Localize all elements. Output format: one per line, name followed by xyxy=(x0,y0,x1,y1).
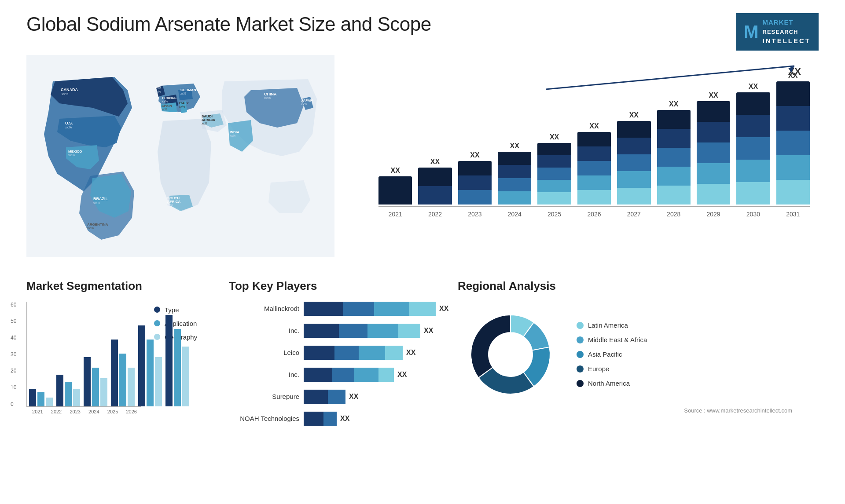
donut-area: Latin America Middle East & Africa Asia … xyxy=(458,302,819,407)
regional-legend-item: North America xyxy=(577,380,647,387)
svg-text:xx%: xx% xyxy=(230,134,235,137)
player-row: SurepureXX xyxy=(229,390,440,404)
donut-chart xyxy=(458,302,563,407)
logo-line3: INTELLECT xyxy=(763,36,811,46)
seg-bar xyxy=(138,325,145,406)
year-label: 2025 xyxy=(537,211,571,218)
player-row: NOAH TechnologiesXX xyxy=(229,412,440,426)
growth-bar-chart: XX XXXXXXXXXXXXXXXXXXXXXX 20212022202320… xyxy=(352,55,819,266)
seg-y-label: 10 xyxy=(11,384,16,391)
bar-group: XX xyxy=(657,100,691,205)
svg-text:xx%: xx% xyxy=(301,102,307,106)
svg-text:INDIA: INDIA xyxy=(230,130,239,134)
svg-text:U.S.: U.S. xyxy=(65,121,73,125)
bar-group: XX xyxy=(458,151,492,205)
player-name: Inc. xyxy=(229,371,299,378)
regional-legend-item: Middle East & Africa xyxy=(577,336,647,343)
seg-bar xyxy=(46,398,53,406)
bar-group: XX xyxy=(736,83,770,205)
player-bar-segment xyxy=(378,368,394,382)
legend-label: Type xyxy=(165,306,179,314)
player-bar-segment xyxy=(304,412,323,426)
seg-chart-area: 0102030405060 202120222023202420252026 T… xyxy=(26,302,211,425)
logo-line2: RESEARCH xyxy=(763,28,811,37)
player-bar-segment xyxy=(367,324,398,338)
regional-legend: Latin America Middle East & Africa Asia … xyxy=(577,321,647,387)
source-text: Source : www.marketresearchintellect.com xyxy=(458,407,819,423)
players-list: MallinckrodtXXInc.XXLeicoXXInc.XXSurepur… xyxy=(229,302,440,426)
player-bar-segment xyxy=(328,390,345,404)
svg-text:xx%: xx% xyxy=(93,201,100,205)
seg-y-label: 50 xyxy=(11,318,16,324)
bar-group: XX xyxy=(378,167,412,205)
player-name: Inc. xyxy=(229,327,299,334)
bar-group: XX xyxy=(577,122,611,205)
regional-legend-item: Asia Pacific xyxy=(577,351,647,358)
year-label: 2024 xyxy=(498,211,531,218)
regional-legend-label: Middle East & Africa xyxy=(588,336,647,343)
svg-text:xx%: xx% xyxy=(162,108,167,111)
seg-x-label: 2025 xyxy=(103,409,122,414)
year-label: 2029 xyxy=(697,211,730,218)
player-bar-segment xyxy=(334,346,359,360)
seg-y-label: 30 xyxy=(11,351,16,358)
svg-text:xx%: xx% xyxy=(68,153,75,157)
seg-y-label: 0 xyxy=(11,401,16,407)
regional-legend-dot xyxy=(577,351,584,358)
player-row: MallinckrodtXX xyxy=(229,302,440,316)
donut-svg xyxy=(458,302,563,407)
year-label: 2022 xyxy=(418,211,452,218)
regional-legend-dot xyxy=(577,365,584,373)
seg-bar xyxy=(165,315,173,406)
player-name: Leico xyxy=(229,349,299,356)
player-row: LeicoXX xyxy=(229,346,440,360)
seg-bar-group xyxy=(165,315,189,406)
player-bar-segment xyxy=(398,324,420,338)
bar-group: XX xyxy=(617,111,650,205)
svg-text:xx%: xx% xyxy=(87,226,94,230)
logo: M MARKET RESEARCH INTELLECT xyxy=(736,13,819,51)
year-label: 2028 xyxy=(657,211,691,218)
svg-text:xx%: xx% xyxy=(62,92,68,96)
player-value-label: XX xyxy=(424,327,433,335)
svg-text:xx%: xx% xyxy=(202,122,207,125)
seg-bar xyxy=(100,378,107,406)
regional-legend-dot xyxy=(577,336,584,343)
seg-bar xyxy=(147,340,154,406)
year-label: 2023 xyxy=(458,211,492,218)
regional-legend-item: Latin America xyxy=(577,321,647,329)
year-label: 2026 xyxy=(577,211,611,218)
svg-text:SPAIN: SPAIN xyxy=(162,104,172,108)
player-bar-segment xyxy=(374,302,409,316)
svg-text:U.K.: U.K. xyxy=(155,86,162,90)
world-map: CANADA xx% U.S. xx% MEXICO xx% BRAZIL xx… xyxy=(26,55,334,266)
player-bar xyxy=(304,324,420,338)
bottom-section: Market Segmentation 0102030405060 202120… xyxy=(0,266,845,447)
svg-text:xx%: xx% xyxy=(180,92,186,95)
bar-group: XX xyxy=(776,72,810,205)
seg-y-label: 20 xyxy=(11,368,16,374)
svg-text:CANADA: CANADA xyxy=(61,88,78,92)
seg-x-label: 2023 xyxy=(66,409,84,414)
player-bar-segment xyxy=(332,368,354,382)
svg-text:xx%: xx% xyxy=(179,105,185,108)
player-bar-segment xyxy=(304,368,332,382)
seg-y-label: 60 xyxy=(11,302,16,308)
player-bar xyxy=(304,346,403,360)
svg-text:JAPAN: JAPAN xyxy=(301,99,313,102)
seg-bar-group xyxy=(138,325,162,406)
regional-legend-label: Europe xyxy=(588,365,609,373)
segmentation-section: Market Segmentation 0102030405060 202120… xyxy=(26,279,211,434)
player-bar-wrap: XX xyxy=(304,368,440,382)
svg-text:ITALY: ITALY xyxy=(179,101,189,105)
seg-bar xyxy=(73,389,80,406)
player-bar xyxy=(304,368,394,382)
legend-item: Type xyxy=(154,306,197,314)
bar-chart-area: XX XXXXXXXXXXXXXXXXXXXXXX 20212022202320… xyxy=(378,64,810,231)
year-label: 2021 xyxy=(378,211,412,218)
player-bar-segment xyxy=(359,346,385,360)
player-name: NOAH Technologies xyxy=(229,415,299,422)
seg-bar-chart: 0102030405060 202120222023202420252026 xyxy=(26,302,141,425)
player-bar-wrap: XX xyxy=(304,324,440,338)
player-bar-segment xyxy=(304,324,339,338)
